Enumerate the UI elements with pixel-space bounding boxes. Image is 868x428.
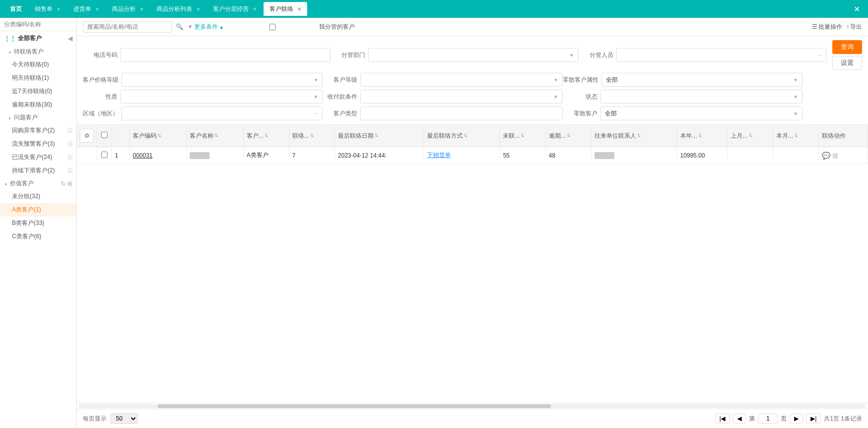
sidebar-search-input[interactable]	[4, 21, 77, 28]
close-purchase-tab[interactable]: ✕	[95, 6, 99, 12]
page-size-select[interactable]: 50 100 200	[110, 413, 138, 424]
sort-icon-code[interactable]: ⇅	[158, 133, 162, 138]
price-grade-select[interactable]: ▼	[121, 73, 323, 87]
table-scrollbar[interactable]	[77, 403, 868, 409]
last-page-btn[interactable]: ▶|	[806, 414, 821, 424]
sidebar-item-loss-warning[interactable]: 流失预警客户(3) ⓘ	[0, 137, 76, 151]
nav-tab-purchase[interactable]: 进货单 ✕	[67, 2, 105, 16]
value-refresh-icon[interactable]: ↻	[61, 180, 66, 187]
filter-status: 状态 ▼	[563, 90, 803, 104]
col-checkbox-header	[97, 125, 112, 147]
my-customers-checkbox[interactable]	[228, 24, 317, 30]
filter-search-icon[interactable]: 🔍	[176, 23, 183, 30]
nav-tab-customer-segment[interactable]: 客户分层经营 ✕	[207, 2, 263, 16]
col-contact-header: 联络... ⇅	[289, 125, 334, 147]
value-settings-icon[interactable]: ⊞	[67, 180, 72, 187]
row-last-month	[727, 147, 773, 164]
phone-input[interactable]	[120, 48, 330, 62]
close-segment-tab[interactable]: ✕	[253, 6, 257, 12]
scrollbar-thumb[interactable]	[158, 404, 551, 408]
col-type-header: 客户... ⇅	[243, 125, 289, 147]
table-container: ⚙ 客户编码 ⇅	[77, 125, 868, 403]
nature-select[interactable]: ▼	[120, 90, 323, 104]
info-icon-2: ⓘ	[67, 154, 72, 161]
my-customers-filter[interactable]: 我分管的客户	[228, 23, 355, 31]
info-icon-0: ⓘ	[67, 127, 72, 134]
sort-icon-name[interactable]: ⇅	[215, 133, 218, 138]
payment-select[interactable]: ▼	[360, 90, 562, 104]
sidebar-item-today[interactable]: 今天待联络(0)	[0, 58, 76, 71]
sidebar-item-tomorrow[interactable]: 明天待联络(1)	[0, 71, 76, 85]
customer-grade-select[interactable]: ▼	[360, 73, 562, 87]
col-no-contact-header: 未联... ⇅	[500, 125, 545, 147]
sort-icon-od[interactable]: ⇅	[567, 133, 571, 138]
customer-type-input[interactable]	[360, 107, 562, 120]
action-qr-icon[interactable]: ⊞	[832, 152, 838, 160]
sort-icon-lcm[interactable]: ⇅	[464, 133, 468, 138]
window-close-btn[interactable]: ✕	[850, 4, 864, 14]
next-page-btn[interactable]: ▶	[790, 414, 803, 424]
sort-icon-uc[interactable]: ⇅	[637, 133, 641, 138]
action-message-icon[interactable]: 💬	[822, 152, 830, 160]
first-page-btn[interactable]: |◀	[715, 414, 730, 424]
batch-op-btn[interactable]: ☰ 批量操作	[812, 23, 842, 31]
nav-tab-analysis-list[interactable]: 商品分析列表 ✕	[151, 2, 206, 16]
search-input[interactable]	[83, 21, 172, 33]
sort-icon-tm[interactable]: ⇅	[794, 133, 798, 138]
select-all-checkbox[interactable]	[101, 132, 108, 138]
person-select[interactable]: ···	[616, 48, 826, 62]
table-gear-btn[interactable]: ⚙	[80, 129, 94, 143]
row-index: 1	[112, 147, 130, 164]
status-select[interactable]: ▼	[600, 90, 803, 104]
table-row: 1 000031 Ea A类客户 7 2023-04-12 14:44: 下销货…	[77, 147, 868, 164]
sidebar-item-7days[interactable]: 近7天待联络(0)	[0, 85, 76, 98]
col-name-header: 客户名称 ⇅	[186, 125, 243, 147]
sidebar-item-a-class[interactable]: A类客户(1)	[0, 203, 76, 216]
sort-icon-ty[interactable]: ⇅	[698, 133, 702, 138]
nav-home[interactable]: 首页	[4, 5, 28, 13]
close-contact-tab[interactable]: ✕	[297, 6, 301, 12]
retail-customer-select[interactable]: 全部▼	[600, 107, 803, 120]
region-select[interactable]: ···	[121, 107, 323, 120]
filter-row-1: 电话号码 分管部门 ▼ 分管人员 ··· 查询 设置	[83, 40, 862, 70]
export-btn[interactable]: ↑ 导出	[846, 23, 862, 31]
sidebar-search-area: 🔍	[0, 18, 76, 31]
last-contact-method-link[interactable]: 下销货单	[427, 152, 451, 159]
filter-row-2: 客户价格等级 ▼ 客户等级 ▼ 零散客户属性 全部▼	[83, 73, 862, 87]
nav-tab-customer-contact[interactable]: 客户联络 ✕	[264, 2, 307, 16]
retail-attr-select[interactable]: 全部▼	[601, 73, 803, 87]
sidebar-item-repurchase-abnormal[interactable]: 回购异常客户(2) ⓘ	[0, 124, 76, 137]
sort-icon-nc[interactable]: ⇅	[521, 133, 525, 138]
sort-icon-lm[interactable]: ⇅	[749, 133, 753, 138]
nav-tab-analysis[interactable]: 商品分析 ✕	[106, 2, 150, 16]
filter-person: 分管人员 ···	[579, 48, 826, 62]
prev-page-btn[interactable]: ◀	[733, 414, 746, 424]
query-btn[interactable]: 查询	[832, 40, 862, 54]
close-analysis-list-tab[interactable]: ✕	[196, 6, 200, 12]
sort-icon-lcd[interactable]: ⇅	[375, 133, 379, 138]
sidebar-item-ungrouped[interactable]: 未分组(32)	[0, 190, 76, 203]
filter-retail-attr: 零散客户属性 全部▼	[563, 73, 803, 87]
sidebar-all-customers-header[interactable]: ⋮⋮ 全部客户 ◀	[0, 31, 76, 46]
close-analysis-tab[interactable]: ✕	[140, 6, 144, 12]
row-last-contact-date: 2023-04-12 14:44:	[335, 147, 424, 164]
sidebar-item-c-class[interactable]: C类客户(6)	[0, 230, 76, 243]
nav-tab-sales[interactable]: 销售单 ✕	[29, 2, 66, 16]
sort-icon-contact[interactable]: ⇅	[310, 133, 314, 138]
sidebar-item-overdue[interactable]: 逾期未联络(30)	[0, 98, 76, 111]
filter-more-btn[interactable]: ▼ 更多条件 ▲	[187, 23, 224, 31]
row-unit-contact: RE .	[591, 147, 677, 164]
sidebar-item-declining[interactable]: 持续下滑客户(2) ⓘ	[0, 164, 76, 177]
filter-buttons: 查询 设置	[826, 40, 862, 70]
row-select-checkbox[interactable]	[101, 152, 108, 158]
close-sales-tab[interactable]: ✕	[56, 6, 60, 12]
sidebar-item-b-class[interactable]: B类客户(33)	[0, 216, 76, 230]
top-nav: 首页 销售单 ✕ 进货单 ✕ 商品分析 ✕ 商品分析列表 ✕ 客户分层经营 ✕ …	[0, 0, 868, 18]
dept-select[interactable]: ▼	[368, 48, 578, 62]
row-last-contact-method[interactable]: 下销货单	[424, 147, 500, 164]
sort-icon-type[interactable]: ⇅	[265, 133, 269, 138]
page-number-input[interactable]	[758, 414, 778, 424]
row-code[interactable]: 000031	[130, 147, 187, 164]
settings-btn[interactable]: 设置	[832, 56, 862, 70]
sidebar-item-lost[interactable]: 已流失客户(24) ⓘ	[0, 151, 76, 164]
